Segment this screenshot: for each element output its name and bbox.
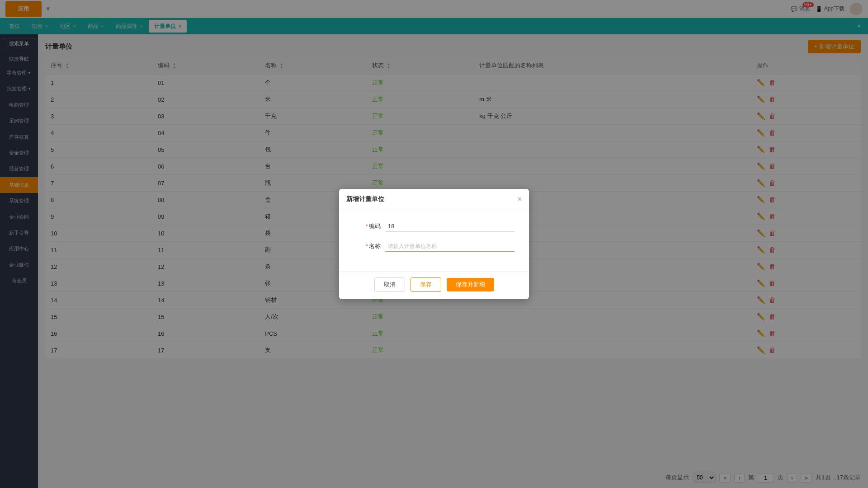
name-label: *名称: [354, 242, 381, 250]
modal-header: 新增计量单位 ×: [339, 189, 529, 210]
add-measure-unit-modal: 新增计量单位 × *编码 *名称 取消 保存 保存并新增: [339, 189, 529, 299]
modal-body: *编码 *名称: [339, 210, 529, 272]
name-input[interactable]: [385, 241, 514, 252]
modal-close-button[interactable]: ×: [518, 195, 522, 203]
code-input[interactable]: [385, 221, 514, 232]
modal-footer: 取消 保存 保存并新增: [339, 272, 529, 299]
save-button[interactable]: 保存: [410, 277, 441, 292]
form-code-row: *编码: [354, 221, 514, 232]
save-and-new-button[interactable]: 保存并新增: [447, 278, 494, 291]
form-name-row: *名称: [354, 241, 514, 252]
modal-title: 新增计量单位: [346, 195, 384, 203]
cancel-button[interactable]: 取消: [374, 277, 405, 292]
modal-overlay: 新增计量单位 × *编码 *名称 取消 保存 保存并新增: [0, 0, 868, 488]
code-label: *编码: [354, 222, 381, 230]
